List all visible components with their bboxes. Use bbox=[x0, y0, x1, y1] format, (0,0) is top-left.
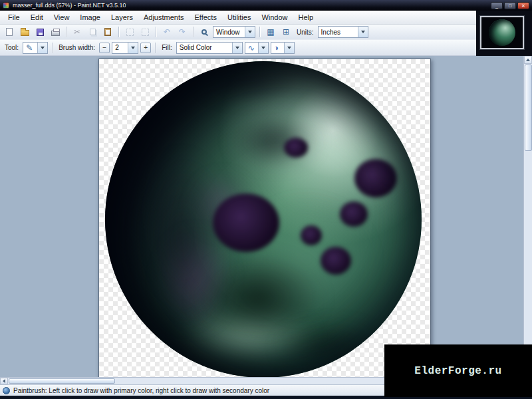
planet-crater bbox=[354, 159, 397, 198]
workspace bbox=[0, 56, 532, 384]
new-file-icon bbox=[6, 28, 13, 36]
dropdown-button[interactable] bbox=[37, 43, 47, 53]
menu-file[interactable]: File bbox=[3, 11, 25, 23]
cut-button[interactable]: ✂ bbox=[70, 26, 84, 39]
thumbnail-planet-image bbox=[489, 19, 515, 46]
titlebar[interactable]: masser_full.dds (57%) - Paint.NET v3.5.1… bbox=[0, 0, 532, 11]
menu-layers[interactable]: Layers bbox=[106, 11, 138, 23]
planet-dark-region bbox=[275, 322, 384, 372]
toolbar-separator bbox=[156, 27, 156, 37]
toolbar-separator bbox=[66, 27, 66, 37]
watermark-overlay: ElderForge.ru bbox=[384, 344, 532, 397]
rulers-icon: ⊞ bbox=[283, 28, 289, 36]
paintbrush-status-icon bbox=[3, 387, 10, 394]
redo-button[interactable]: ↷ bbox=[176, 26, 189, 39]
grid-toggle-button[interactable]: ▦ bbox=[264, 26, 277, 39]
brush-width-dropdown[interactable]: 2 bbox=[112, 42, 138, 54]
menu-adjustments[interactable]: Adjustments bbox=[138, 11, 190, 23]
dropdown-button[interactable] bbox=[232, 43, 242, 53]
planet-crater bbox=[321, 247, 351, 275]
close-button[interactable]: ✕ bbox=[517, 2, 529, 9]
zoom-tool-button[interactable] bbox=[198, 26, 211, 39]
fill-style-value: Solid Color bbox=[177, 44, 232, 51]
brush-width-value: 2 bbox=[112, 44, 128, 51]
planet-image[interactable] bbox=[105, 61, 422, 378]
rulers-toggle-button[interactable]: ⊞ bbox=[279, 26, 293, 39]
print-button[interactable] bbox=[49, 26, 62, 39]
brush-width-increase-button[interactable]: + bbox=[140, 43, 151, 53]
antialiasing-icon: ◑ bbox=[271, 44, 284, 52]
minimize-button[interactable]: _ bbox=[491, 2, 503, 9]
fill-style-dropdown[interactable]: Solid Color bbox=[176, 42, 243, 54]
toolbar-separator bbox=[118, 27, 119, 37]
dropdown-button[interactable] bbox=[358, 27, 368, 37]
paintnet-app-icon bbox=[3, 2, 9, 9]
save-button[interactable] bbox=[33, 26, 47, 39]
chevron-down-icon bbox=[131, 47, 135, 49]
chevron-down-icon bbox=[235, 47, 239, 49]
maximize-button[interactable]: □ bbox=[504, 2, 516, 9]
undo-icon: ↶ bbox=[164, 28, 170, 36]
preview-panel bbox=[476, 11, 532, 56]
tool-options-toolbar: Tool: ✎ Brush width: − 2 + Fill: Solid C… bbox=[0, 40, 476, 56]
paste-clipboard-icon bbox=[104, 28, 111, 36]
zoom-mode-dropdown[interactable]: Window bbox=[213, 26, 255, 38]
dropdown-button[interactable] bbox=[245, 27, 255, 37]
units-label: Units: bbox=[297, 29, 314, 36]
units-value: Inches bbox=[319, 29, 358, 36]
menu-utilities[interactable]: Utilities bbox=[222, 11, 256, 23]
scroll-left-button[interactable] bbox=[0, 378, 8, 384]
undo-button[interactable]: ↶ bbox=[160, 26, 174, 39]
menubar: File Edit View Image Layers Adjustments … bbox=[0, 11, 476, 25]
brush-width-decrease-button[interactable]: − bbox=[99, 43, 110, 53]
curve-style-icon: ∿ bbox=[245, 44, 258, 52]
dropdown-button[interactable] bbox=[128, 43, 138, 53]
brush-width-label: Brush width: bbox=[59, 44, 95, 51]
menu-view[interactable]: View bbox=[49, 11, 75, 23]
planet-crater bbox=[284, 138, 308, 158]
image-preview-thumbnail[interactable] bbox=[480, 16, 524, 49]
paintbrush-icon: ✎ bbox=[23, 44, 37, 52]
open-file-button[interactable] bbox=[18, 26, 31, 39]
menu-help[interactable]: Help bbox=[293, 11, 319, 23]
planet-light-region bbox=[265, 98, 411, 211]
planet-crater bbox=[340, 201, 368, 227]
planet-purple-region bbox=[157, 229, 233, 332]
toolbar-separator bbox=[155, 43, 156, 53]
toolbar-separator bbox=[193, 27, 194, 37]
menu-image[interactable]: Image bbox=[74, 11, 106, 23]
toolbar-separator bbox=[259, 27, 260, 37]
redo-icon: ↷ bbox=[179, 28, 186, 36]
horizontal-scroll-thumb[interactable] bbox=[9, 378, 115, 384]
main-toolbar: ✂ ↶ ↷ Window ▦ ⊞ Units: Inches bbox=[0, 25, 476, 40]
planet-dark-region bbox=[194, 253, 323, 342]
menu-effects[interactable]: Effects bbox=[190, 11, 222, 23]
dropdown-button[interactable] bbox=[258, 43, 268, 53]
chevron-down-icon bbox=[248, 31, 252, 33]
window-title: masser_full.dds (57%) - Paint.NET v3.5.1… bbox=[13, 2, 126, 9]
new-file-button[interactable] bbox=[3, 26, 16, 39]
fill-label: Fill: bbox=[162, 44, 172, 51]
antialiasing-dropdown[interactable]: ◑ bbox=[271, 42, 295, 54]
menu-edit[interactable]: Edit bbox=[25, 11, 49, 23]
watermark-text: ElderForge.ru bbox=[414, 365, 501, 377]
units-dropdown[interactable]: Inches bbox=[318, 26, 368, 38]
paste-button[interactable] bbox=[101, 26, 114, 39]
dropdown-button[interactable] bbox=[284, 43, 294, 53]
line-style-dropdown[interactable]: ∿ bbox=[245, 42, 269, 54]
menu-window[interactable]: Window bbox=[256, 11, 293, 23]
open-folder-icon bbox=[21, 30, 29, 36]
copy-button[interactable] bbox=[86, 26, 99, 39]
chevron-down-icon bbox=[41, 47, 45, 49]
vertical-scroll-thumb[interactable] bbox=[525, 65, 532, 151]
scroll-up-button[interactable] bbox=[524, 56, 532, 64]
vertical-scrollbar[interactable] bbox=[523, 56, 532, 377]
crop-to-selection-button[interactable] bbox=[123, 26, 136, 39]
planet-light-region bbox=[175, 306, 318, 367]
canvas[interactable] bbox=[98, 59, 431, 378]
planet-crater bbox=[301, 225, 322, 245]
chevron-down-icon bbox=[287, 47, 291, 49]
tool-select-dropdown[interactable]: ✎ bbox=[23, 42, 48, 54]
deselect-button[interactable] bbox=[138, 26, 152, 39]
window-controls: _ □ ✕ bbox=[491, 2, 529, 9]
